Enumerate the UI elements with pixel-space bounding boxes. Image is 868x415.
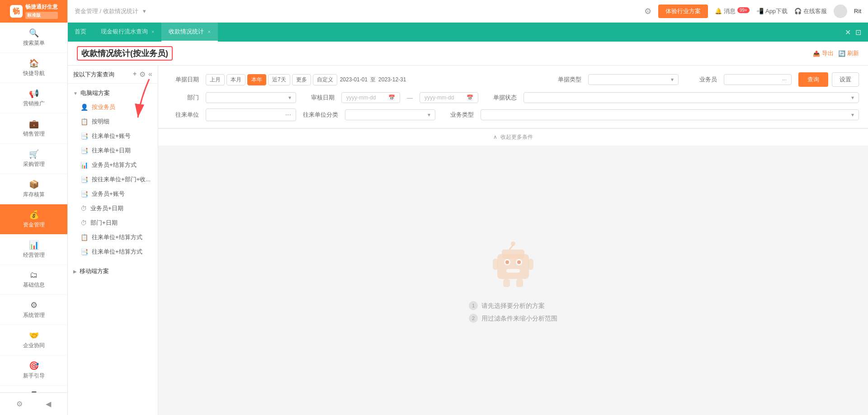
page-title: 收款情况统计(按业务员): [77, 46, 173, 61]
collapse-text: 收起更多条件: [500, 134, 533, 140]
online-service-btn[interactable]: 🎧 在线客服: [794, 7, 827, 15]
app-download-btn[interactable]: 📲 App下载: [756, 7, 788, 15]
sidebar: 畅 畅捷通好生意 标准版 🔍 搜索菜单 🏠 快捷导航 📢 营销推广 💼 销售管理…: [0, 0, 68, 415]
content-layout: 按以下方案查询 + ⚙ « ▼ 电脑端方案 👤 按业务员: [68, 66, 868, 415]
main-area: 资金管理 / 收款情况统计 ▾ ⚙ 体验行业方案 🔔 消息 99+ 📲 App下…: [68, 0, 868, 415]
scheme-item-4[interactable]: 📊 业务员+结算方式: [68, 158, 158, 172]
add-scheme-icon[interactable]: +: [133, 70, 137, 79]
query-button[interactable]: 查询: [798, 72, 828, 87]
date-filter-field: 上月 本月 本年 近7天 更多 自定义 2023-01-01 至 2023-12…: [206, 74, 543, 85]
sidebar-item-marketing[interactable]: 📢 营销推广: [0, 83, 67, 113]
marketing-icon: 📢: [29, 89, 39, 99]
scheme-item-0[interactable]: 👤 按业务员: [68, 100, 158, 114]
sidebar-item-enterprise[interactable]: 🤝 企业协同: [0, 325, 67, 355]
scheme-item-5[interactable]: 📑 按往来单位+部门+收...: [68, 172, 158, 187]
collapse-bar[interactable]: ∧ 收起更多条件: [158, 128, 868, 146]
scheme-item-6[interactable]: 📑 业务员+账号: [68, 187, 158, 201]
beginner-icon: 🎯: [29, 361, 39, 371]
svg-point-5: [517, 260, 521, 264]
sidebar-item-operations[interactable]: 📊 经营管理: [0, 235, 67, 265]
scheme-item-10-icon: 📑: [80, 248, 88, 255]
window-close-icon[interactable]: ✕: [845, 28, 851, 37]
window-expand-icon[interactable]: ⊡: [855, 28, 861, 37]
date-tab-7-days[interactable]: 近7天: [268, 74, 290, 85]
scheme-collapse-icon[interactable]: «: [148, 70, 152, 79]
partner-category-chevron: ▾: [428, 112, 430, 118]
scheme-item-8-icon: ⏱: [80, 219, 87, 226]
header-left: 资金管理 / 收款情况统计 ▾: [75, 7, 146, 15]
sidebar-item-system[interactable]: ⚙ 系统管理: [0, 295, 67, 325]
sidebar-item-purchase[interactable]: 🛒 采购管理: [0, 144, 67, 174]
date-tab-custom[interactable]: 自定义: [313, 74, 337, 85]
scheme-item-2[interactable]: 📑 往来单位+账号: [68, 129, 158, 143]
sidebar-item-basic-info[interactable]: 🗂 基础信息: [0, 265, 67, 295]
voucher-status-select[interactable]: ▾: [524, 92, 859, 103]
sidebar-settings-btn[interactable]: ⚙: [14, 397, 25, 410]
scheme-item-3[interactable]: 📑 往来单位+日期: [68, 143, 158, 158]
business-type-chevron: ▾: [851, 112, 854, 118]
scheme-settings-icon[interactable]: ⚙: [139, 70, 146, 79]
voucher-type-select[interactable]: ▾: [588, 74, 679, 85]
svg-rect-1: [502, 250, 524, 259]
scheme-group-pc: ▼ 电脑端方案 👤 按业务员 📋 按明细 📑 往来单位+账号: [68, 84, 158, 262]
messages-btn[interactable]: 🔔 消息 99+: [715, 7, 750, 15]
tip-num-1: 1: [469, 301, 478, 310]
review-date-to[interactable]: yyyy-mm-dd 📅: [420, 92, 478, 103]
settings-gear-icon[interactable]: ⚙: [644, 6, 651, 16]
scheme-item-8[interactable]: ⏱ 部门+日期: [68, 216, 158, 230]
sidebar-item-capital[interactable]: 💰 资金管理: [0, 204, 67, 235]
user-avatar[interactable]: [834, 5, 847, 18]
download-icon: 📲: [756, 8, 764, 14]
scheme-item-10[interactable]: 📑 往来单位+结算方式: [68, 245, 158, 259]
sidebar-item-beginner[interactable]: 🎯 新手引导: [0, 355, 67, 386]
scheme-panel: 按以下方案查询 + ⚙ « ▼ 电脑端方案 👤 按业务员: [68, 66, 158, 415]
business-type-select[interactable]: ▾: [481, 109, 859, 120]
tab-receipt-stats[interactable]: 收款情况统计 ×: [161, 23, 217, 42]
receipt-stats-close-icon[interactable]: ×: [208, 29, 210, 34]
salesperson-select[interactable]: ···: [724, 74, 792, 85]
filter-settings-button[interactable]: 设置: [832, 72, 859, 87]
sales-icon: 💼: [29, 119, 39, 129]
mobile-group-arrow-icon: ▶: [73, 269, 77, 274]
sidebar-item-search-menu[interactable]: 🔍 搜索菜单: [0, 23, 67, 53]
bank-flow-close-icon[interactable]: ×: [151, 29, 154, 34]
voucher-status-label: 单据状态: [485, 94, 517, 102]
trial-btn[interactable]: 体验行业方案: [658, 5, 708, 18]
tab-bank-flow[interactable]: 现金银行流水查询 ×: [94, 23, 161, 42]
date-range: 2023-01-01 至 2023-12-31: [340, 76, 406, 84]
date-tab-this-month[interactable]: 本月: [226, 74, 245, 85]
export-button[interactable]: 📤 导出: [813, 49, 834, 57]
scheme-item-9[interactable]: 📋 往来单位+结算方式: [68, 230, 158, 245]
dept-select[interactable]: ▾: [206, 92, 296, 103]
salesperson-more-icon: ···: [782, 76, 787, 83]
operations-icon: 📊: [29, 240, 39, 250]
date-tab-last-month[interactable]: 上月: [206, 74, 225, 85]
tabs-bar-right: ✕ ⊡: [845, 23, 861, 42]
date-tab-more[interactable]: 更多: [292, 74, 311, 85]
scheme-group-pc-header[interactable]: ▼ 电脑端方案: [68, 86, 158, 100]
scheme-item-1[interactable]: 📋 按明细: [68, 114, 158, 129]
calendar-icon-from: 📅: [388, 94, 395, 101]
sidebar-collapse-btn[interactable]: ◀: [43, 397, 53, 410]
scheme-group-mobile-header[interactable]: ▶ 移动端方案: [68, 264, 158, 278]
refresh-button[interactable]: 🔄 刷新: [838, 49, 859, 57]
sidebar-bottom: ⚙ ◀: [0, 392, 67, 415]
filter-form: 单据日期 上月 本月 本年 近7天 更多 自定义 2023-: [158, 66, 868, 128]
review-date-from[interactable]: yyyy-mm-dd 📅: [341, 92, 400, 103]
tab-home[interactable]: 首页: [75, 23, 94, 42]
date-tab-this-year[interactable]: 本年: [247, 74, 266, 85]
partner-label: 往来单位: [167, 111, 199, 119]
scheme-item-7[interactable]: ⏱ 业务员+日期: [68, 201, 158, 216]
enterprise-icon: 🤝: [29, 330, 39, 340]
sidebar-item-sales[interactable]: 💼 销售管理: [0, 113, 67, 144]
svg-point-12: [511, 241, 515, 246]
partner-select[interactable]: ···: [206, 108, 296, 121]
date-from-value: 2023-01-01: [340, 76, 368, 83]
receipt-stats-tab-label: 收款情况统计: [169, 28, 204, 36]
partner-more-icon: ···: [285, 111, 291, 119]
filter-area: 单据日期 上月 本月 本年 近7天 更多 自定义 2023-: [158, 66, 868, 415]
sidebar-item-smart-hw[interactable]: 📱 智能硬件: [0, 386, 67, 392]
sidebar-item-inventory[interactable]: 📦 库存核算: [0, 174, 67, 204]
partner-category-select[interactable]: ▾: [345, 109, 435, 120]
sidebar-item-quick-nav[interactable]: 🏠 快捷导航: [0, 53, 67, 83]
